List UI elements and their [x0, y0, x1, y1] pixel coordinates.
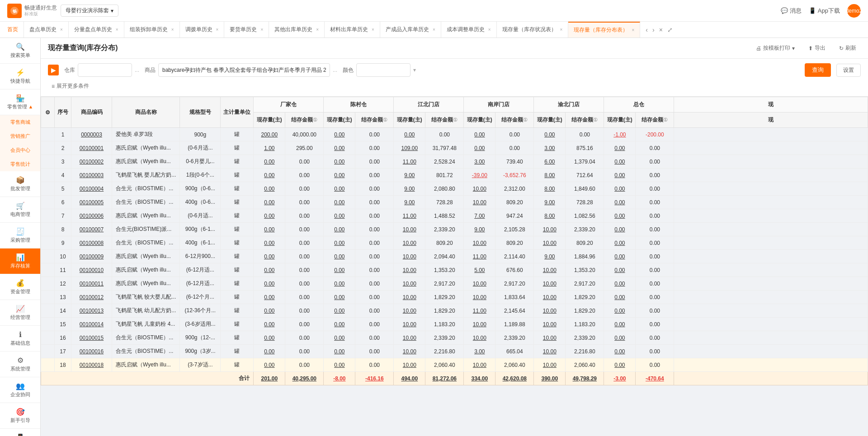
footer-tq[interactable]: -3.00	[604, 372, 636, 385]
row-c2q[interactable]: 0.00	[324, 345, 355, 358]
sidebar-item-retail[interactable]: 🏪 零售管理 ▲	[0, 89, 40, 115]
tab-close-7[interactable]: ×	[372, 27, 374, 32]
row-c2q[interactable]: 0.00	[324, 236, 355, 250]
row-tq[interactable]: 0.00	[604, 331, 636, 345]
row-code[interactable]: 00100005	[71, 196, 112, 209]
row-c5q[interactable]: 9.00	[534, 196, 566, 209]
row-code[interactable]: 00100009	[71, 250, 112, 263]
tab-close-9[interactable]: ×	[488, 27, 491, 32]
footer-c3a[interactable]: 81,272.06	[425, 372, 464, 385]
row-c2q[interactable]: 0.00	[324, 304, 355, 318]
row-c4q[interactable]: 10.00	[464, 358, 495, 372]
row-c1q[interactable]: 0.00	[254, 196, 285, 209]
row-c2q[interactable]: 0.00	[324, 277, 355, 291]
row-tq[interactable]: 0.00	[604, 345, 636, 358]
row-c1q[interactable]: 0.00	[254, 236, 285, 250]
row-c4q[interactable]: 10.00	[464, 236, 495, 250]
tab-close-5[interactable]: ×	[260, 27, 263, 32]
row-code[interactable]: 00100006	[71, 209, 112, 223]
row-c3q[interactable]: 10.00	[394, 263, 425, 277]
row-c5q[interactable]: 10.00	[534, 304, 566, 318]
row-c1q[interactable]: 0.00	[254, 155, 285, 169]
row-c5q[interactable]: 8.00	[534, 182, 566, 196]
row-c5q[interactable]: 8.00	[534, 169, 566, 182]
row-code[interactable]: 00100015	[71, 331, 112, 345]
row-tq[interactable]: 0.00	[604, 196, 636, 209]
warehouse-input[interactable]	[78, 63, 132, 77]
refresh-button[interactable]: ↻ 刷新	[835, 42, 861, 54]
row-c2q[interactable]: 0.00	[324, 155, 355, 169]
row-c3q[interactable]: 10.00	[394, 250, 425, 263]
row-c2q[interactable]: 0.00	[324, 331, 355, 345]
tab-close-all-button[interactable]: ×	[657, 25, 665, 34]
row-tq[interactable]: 0.00	[604, 141, 636, 155]
row-c3q[interactable]: 9.00	[394, 196, 425, 209]
row-tq[interactable]: 0.00	[604, 277, 636, 291]
row-c5q[interactable]: 10.00	[534, 277, 566, 291]
sidebar-item-appcenter[interactable]: 📱 应用中心	[0, 429, 40, 436]
row-c5q[interactable]: 10.00	[534, 318, 566, 331]
row-code[interactable]: 00100016	[71, 345, 112, 358]
row-c3q[interactable]: 10.00	[394, 331, 425, 345]
row-c3q[interactable]: 10.00	[394, 358, 425, 372]
tab-close-4[interactable]: ×	[216, 27, 219, 32]
footer-c5a[interactable]: 49,798.29	[566, 372, 604, 385]
print-button[interactable]: 🖨 按模板打印 ▾	[751, 42, 799, 54]
sidebar-item-wholesale[interactable]: 📦 批发管理	[0, 171, 40, 197]
row-code[interactable]: 00100002	[71, 155, 112, 169]
tab-close-10[interactable]: ×	[560, 27, 563, 32]
row-c2q[interactable]: 0.00	[324, 358, 355, 372]
tab-close-2[interactable]: ×	[116, 27, 118, 32]
sidebar-item-retail-shop[interactable]: 零售商城	[0, 115, 40, 129]
tab-2[interactable]: 分量盘点单历史 ×	[69, 22, 124, 38]
row-c5q[interactable]: 10.00	[534, 331, 566, 345]
row-c4q[interactable]: 10.00	[464, 277, 495, 291]
row-c4q[interactable]: 10.00	[464, 182, 495, 196]
row-c1q[interactable]: 0.00	[254, 250, 285, 263]
query-button[interactable]: 查询	[805, 63, 831, 77]
row-c4q[interactable]: 11.00	[464, 304, 495, 318]
row-c1q[interactable]: 0.00	[254, 345, 285, 358]
row-tq[interactable]: -1.00	[604, 128, 636, 141]
row-tq[interactable]: 0.00	[604, 263, 636, 277]
footer-c3q[interactable]: 494.00	[394, 372, 425, 385]
sidebar-item-basic[interactable]: ℹ 基础信息	[0, 326, 40, 352]
settings-button[interactable]: 设置	[836, 64, 861, 77]
row-c4q[interactable]: 10.00	[464, 318, 495, 331]
row-c3q[interactable]: 10.00	[394, 318, 425, 331]
tab-close-3[interactable]: ×	[171, 27, 174, 32]
sidebar-item-marketing[interactable]: 营销推广	[0, 129, 40, 143]
row-code[interactable]: 00100004	[71, 182, 112, 196]
row-c2q[interactable]: 0.00	[324, 223, 355, 236]
export-button[interactable]: ⬆ 导出	[804, 42, 830, 54]
row-code[interactable]: 00100008	[71, 236, 112, 250]
footer-c1a[interactable]: 40,295.00	[285, 372, 324, 385]
footer-c1q[interactable]: 201.00	[254, 372, 285, 385]
footer-c2q[interactable]: -8.00	[324, 372, 355, 385]
row-c2q[interactable]: 0.00	[324, 291, 355, 304]
row-tq[interactable]: 0.00	[604, 182, 636, 196]
row-tq[interactable]: 0.00	[604, 250, 636, 263]
tab-7[interactable]: 材料出库单历史 ×	[325, 22, 380, 38]
row-tq[interactable]: 0.00	[604, 209, 636, 223]
row-c2q[interactable]: 0.00	[324, 182, 355, 196]
message-action[interactable]: 💬 消息	[781, 7, 802, 15]
row-c3q[interactable]: 10.00	[394, 223, 425, 236]
tab-prev-button[interactable]: ‹	[644, 25, 650, 34]
row-tq[interactable]: 0.00	[604, 304, 636, 318]
sidebar-item-search[interactable]: 🔍 搜索英单	[0, 38, 40, 64]
row-c5q[interactable]: 9.00	[534, 250, 566, 263]
row-c1q[interactable]: 0.00	[254, 358, 285, 372]
row-code[interactable]: 00100001	[71, 141, 112, 155]
row-c3q[interactable]: 9.00	[394, 169, 425, 182]
row-code[interactable]: 00100012	[71, 291, 112, 304]
row-c3q[interactable]: 109.00	[394, 141, 425, 155]
row-c1q[interactable]: 0.00	[254, 331, 285, 345]
row-c2q[interactable]: 0.00	[324, 196, 355, 209]
tab-close-6[interactable]: ×	[316, 27, 319, 32]
tab-3[interactable]: 组装拆卸单历史 ×	[124, 22, 180, 38]
sidebar-item-operations[interactable]: 📈 经营管理	[0, 300, 40, 326]
row-c3q[interactable]: 9.00	[394, 182, 425, 196]
row-c5q[interactable]: 10.00	[534, 291, 566, 304]
row-c1q[interactable]: 0.00	[254, 291, 285, 304]
